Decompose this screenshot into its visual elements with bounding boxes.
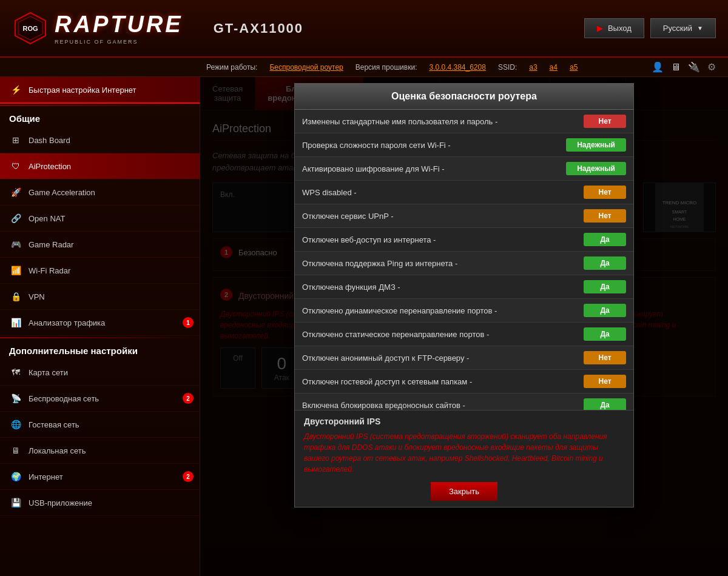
modal-row-badge: Нет [584,186,626,199]
modal-row-badge: Да [584,280,626,293]
sidebar-item-game-acceleration[interactable]: 🚀 Game Acceleration [0,179,200,206]
security-assessment-modal: Оценка безопасности роутера Изменены ста… [294,83,634,507]
modal-row-badge: Нет [584,209,626,223]
modal-row-badge: Нет [584,351,626,364]
rog-logo: ROG RAPTURE REPUBLIC OF GAMERS [12,12,183,45]
sidebar-item-quick-setup[interactable]: ⚡ Быстрая настройка Интернет [0,77,200,104]
open-nat-label: Open NAT [29,214,65,223]
network-map-icon: 🗺 [9,366,22,379]
sidebar-item-wireless[interactable]: 📡 Беспроводная сеть 2 [0,386,200,412]
usb-app-label: USB-приложение [29,498,92,507]
sidebar-item-usb-app[interactable]: 💾 USB-приложение [0,490,200,516]
sidebar-item-aiprotection[interactable]: 🛡 AiProtection [0,153,200,179]
sidebar-divider-2 [0,337,200,338]
sidebar-item-traffic-analyzer[interactable]: 📊 Анализатор трафика 1 [0,310,200,336]
modal-row-text: Отключено статическое перенаправление по… [302,330,584,339]
modal-row-text: Отключен веб-доступ из интернета - [302,235,584,244]
header: ROG RAPTURE REPUBLIC OF GAMERS GT-AX1100… [0,0,728,58]
vpn-icon: 🔒 [9,290,22,303]
svg-text:ROG: ROG [22,25,38,32]
guest-network-label: Гостевая сеть [29,420,79,429]
modal-row: Отключен веб-доступ из интернета -Да [295,228,633,252]
sidebar-item-guest-network[interactable]: 🌐 Гостевая сеть [0,412,200,438]
main-layout: ⚡ Быстрая настройка Интернет Общие ⊞ Das… [0,77,728,576]
quick-setup-label: Быстрая настройка Интернет [29,85,136,95]
settings-icon[interactable]: ⚙ [707,61,716,73]
sidebar-item-dashboard[interactable]: ⊞ Dash Board [0,127,200,153]
modal-row: Изменены стандартные имя пользователя и … [295,110,633,133]
sidebar-item-network-map[interactable]: 🗺 Карта сети [0,360,200,386]
network-map-label: Карта сети [29,368,68,377]
modal-body: Изменены стандартные имя пользователя и … [295,110,633,410]
dashboard-icon: ⊞ [9,133,22,147]
brand-name: RAPTURE [55,12,183,38]
ssid-label: SSID: [498,63,517,72]
modal-row: Отключено статическое перенаправление по… [295,323,633,346]
wireless-badge: 2 [183,393,194,404]
guest-network-icon: 🌐 [9,418,22,431]
internet-badge: 2 [183,471,194,482]
info-icons: 👤 🖥 🔌 ⚙ [652,61,716,73]
game-accel-icon: 🚀 [9,186,22,199]
sidebar-item-vpn[interactable]: 🔒 VPN [0,284,200,310]
modal-row-text: Отключен сервис UPnP - [302,212,584,221]
firmware-value[interactable]: 3.0.0.4.384_6208 [429,63,485,72]
ssid-a4[interactable]: a4 [550,63,558,72]
traffic-icon: 📊 [9,316,22,329]
aiprotection-label: AiProtection [29,162,71,171]
close-modal-button[interactable]: Закрыть [431,482,497,501]
modal-row-text: Отключен гостевой доступ к сетевым папка… [302,377,584,386]
modal-row-badge: Нет [584,115,626,128]
internet-label: Интернет [29,472,63,481]
exit-button[interactable]: Выход [584,18,644,38]
wireless-icon: 📡 [9,392,22,405]
modal-row: Отключено динамическое перенаправление п… [295,299,633,323]
modal-row-badge: Да [584,256,626,270]
wifi-radar-icon: 📶 [9,264,22,277]
modal-row: Включена блокировка вредоносных сайтов -… [295,393,633,410]
game-radar-label: Game Radar [29,240,73,249]
modal-row: Активировано шифрование для Wi-Fi -Надеж… [295,157,633,181]
mode-label: Режим работы: [206,63,257,72]
logo-area: ROG RAPTURE REPUBLIC OF GAMERS [12,12,183,45]
modal-row-badge: Да [584,304,626,317]
open-nat-icon: 🔗 [9,212,22,225]
usb-app-icon: 💾 [9,496,22,509]
traffic-label: Анализатор трафика [29,318,105,327]
modal-row: Проверка сложности пароля сети Wi-Fi -На… [295,133,633,157]
modal-row: Отключен сервис UPnP -Нет [295,204,633,228]
sidebar-item-wifi-radar[interactable]: 📶 Wi-Fi Radar [0,258,200,284]
header-actions: Выход Русский [584,18,716,38]
modal-row-badge: Надежный [566,138,626,152]
sidebar: ⚡ Быстрая настройка Интернет Общие ⊞ Das… [0,77,200,576]
ssid-a3[interactable]: a3 [529,63,537,72]
network-icon[interactable]: 🖥 [671,62,681,73]
lan-icon: 🖥 [9,444,22,457]
modal-row: Отключен гостевой доступ к сетевым папка… [295,370,633,393]
modal-row-text: Проверка сложности пароля сети Wi-Fi - [302,141,566,150]
sidebar-item-internet[interactable]: 🌍 Интернет 2 [0,464,200,490]
firmware-label: Версия прошивки: [356,63,417,72]
modal-footer-text: Двусторонний IPS (система предотвращения… [304,431,624,475]
user-icon[interactable]: 👤 [652,61,664,73]
modal-footer: Двусторонний IPS Двусторонний IPS (систе… [295,410,633,507]
ssid-a5[interactable]: a5 [570,63,578,72]
modal-row-text: Отключена поддержка Ping из интернета - [302,259,584,268]
sidebar-item-lan[interactable]: 🖥 Локальная сеть [0,438,200,464]
modal-row: WPS disabled -Нет [295,181,633,204]
modal-row-text: WPS disabled - [302,188,584,197]
wireless-label: Беспроводная сеть [29,394,99,403]
modal-row: Отключена поддержка Ping из интернета -Д… [295,252,633,275]
modal-footer-title: Двусторонний IPS [304,417,624,426]
sidebar-item-game-radar[interactable]: 🎮 Game Radar [0,232,200,258]
usb-icon[interactable]: 🔌 [688,61,700,73]
modal-row-text: Включена блокировка вредоносных сайтов - [302,401,584,410]
modal-row-badge: Да [584,327,626,341]
mode-value[interactable]: Беспроводной роутер [269,63,343,72]
modal-row-text: Отключен анонимный доступ к FTP-серверу … [302,353,584,363]
language-button[interactable]: Русский [650,18,716,38]
modal-overlay: Оценка безопасности роутера Изменены ста… [200,77,728,576]
sidebar-item-open-nat[interactable]: 🔗 Open NAT [0,206,200,232]
general-header: Общие [0,107,200,127]
modal-row-text: Отключена функция ДМЗ - [302,283,584,292]
